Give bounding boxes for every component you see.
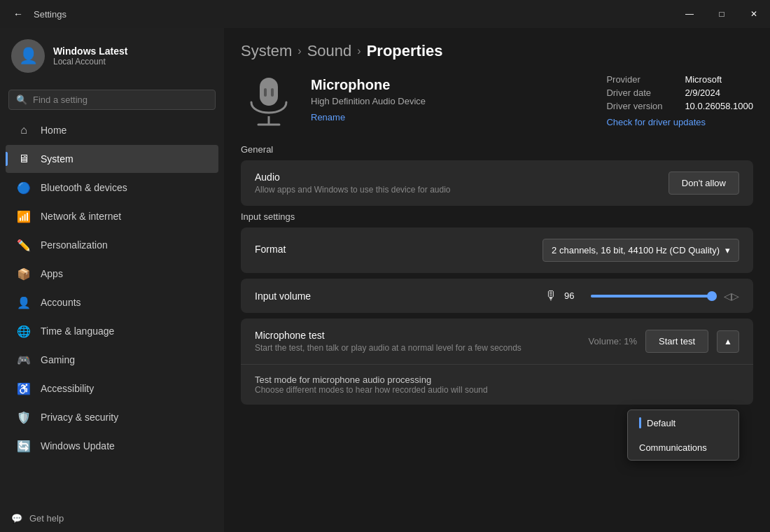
driver-date-label: Driver date — [606, 88, 676, 98]
sidebar-item-gaming[interactable]: 🎮 Gaming — [6, 346, 218, 374]
test-mode-description: Choose different modes to hear how recor… — [255, 385, 739, 395]
sidebar-item-personalization[interactable]: ✏️ Personalization — [6, 231, 218, 259]
chevron-up-icon: ▲ — [724, 337, 732, 346]
dont-allow-button[interactable]: Don't allow — [668, 172, 739, 195]
format-dropdown[interactable]: 2 channels, 16 bit, 44100 Hz (CD Quality… — [542, 239, 739, 262]
mic-test-content: Microphone test Start the test, then tal… — [255, 330, 589, 353]
volume-number: 96 — [564, 290, 584, 301]
windows-update-icon: 🔄 — [17, 439, 31, 453]
svg-rect-0 — [260, 78, 278, 106]
sidebar-item-windows-update[interactable]: 🔄 Windows Update — [6, 432, 218, 460]
input-volume-card: Input volume 🎙 96 ◁▷ — [241, 279, 753, 313]
sidebar-item-label: Network & internet — [41, 211, 121, 222]
format-card-row: Format 2 channels, 16 bit, 44100 Hz (CD … — [241, 227, 753, 273]
bluetooth-icon: 🔵 — [17, 181, 31, 195]
mic-test-title: Microphone test — [255, 330, 589, 341]
get-help-icon: 💬 — [11, 513, 22, 524]
format-value: 2 channels, 16 bit, 44100 Hz (CD Quality… — [552, 245, 720, 255]
sidebar-item-label: Privacy & security — [41, 412, 118, 423]
sidebar-item-accounts[interactable]: 👤 Accounts — [6, 288, 218, 316]
search-input[interactable] — [33, 94, 208, 105]
volume-percent: Volume: 1% — [589, 336, 637, 346]
sidebar-item-bluetooth[interactable]: 🔵 Bluetooth & devices — [6, 174, 218, 202]
device-description: High Definition Audio Device — [311, 96, 592, 106]
sidebar-item-label: Gaming — [41, 354, 75, 365]
collapse-button[interactable]: ▲ — [717, 330, 739, 353]
user-name: Windows Latest — [53, 46, 127, 57]
test-mode-title: Test mode for microphone audio processin… — [255, 374, 739, 385]
test-mode-row: Test mode for microphone audio processin… — [241, 364, 753, 405]
dropdown-label-communications: Communications — [639, 442, 707, 453]
sidebar-item-label: Time & language — [41, 326, 114, 337]
search-box: 🔍 — [8, 90, 216, 110]
sidebar-item-label: Home — [41, 125, 66, 136]
test-mode-content: Test mode for microphone audio processin… — [255, 374, 739, 395]
sidebar-item-time[interactable]: 🌐 Time & language — [6, 317, 218, 345]
chevron-down-icon: ▾ — [725, 245, 730, 255]
close-button[interactable]: ✕ — [738, 0, 770, 28]
titlebar-title: Settings — [34, 9, 66, 20]
back-button[interactable]: ← — [8, 4, 28, 24]
device-info: Microphone High Definition Audio Device … — [311, 74, 592, 123]
provider-value: Microsoft — [685, 74, 722, 85]
volume-slider-fill — [591, 295, 712, 298]
volume-row: Input volume 🎙 96 ◁▷ — [241, 279, 753, 313]
format-card: Format 2 channels, 16 bit, 44100 Hz (CD … — [241, 227, 753, 273]
volume-controls: 🎙 96 ◁▷ — [545, 288, 739, 303]
input-volume-label: Input volume — [255, 290, 536, 302]
search-icon: 🔍 — [16, 94, 27, 105]
format-card-content: Format — [255, 244, 542, 257]
format-action: 2 channels, 16 bit, 44100 Hz (CD Quality… — [542, 239, 739, 262]
sidebar-item-network[interactable]: 📶 Network & internet — [6, 202, 218, 230]
breadcrumb-sound[interactable]: Sound — [307, 42, 352, 60]
general-section-title: General — [241, 144, 753, 155]
driver-version-row: Driver version 10.0.26058.1000 — [606, 101, 753, 111]
device-header: Microphone High Definition Audio Device … — [241, 74, 753, 130]
sidebar-item-system[interactable]: 🖥 System — [6, 145, 218, 173]
sidebar-item-apps[interactable]: 📦 Apps — [6, 260, 218, 288]
personalization-icon: ✏️ — [17, 238, 31, 252]
sidebar-item-home[interactable]: ⌂ Home — [6, 116, 218, 144]
breadcrumb-system[interactable]: System — [241, 42, 292, 60]
dropdown-label-default: Default — [647, 418, 676, 428]
privacy-icon: 🛡️ — [17, 410, 31, 424]
driver-version-label: Driver version — [606, 101, 676, 111]
device-name: Microphone — [311, 77, 592, 93]
mic-test-actions: Volume: 1% Start test ▲ — [589, 330, 739, 353]
sidebar-item-label: Bluetooth & devices — [41, 182, 127, 193]
user-profile: 👤 Windows Latest Local Account — [0, 28, 224, 84]
user-info: Windows Latest Local Account — [53, 46, 127, 66]
audio-action: Don't allow — [668, 172, 739, 195]
start-test-button[interactable]: Start test — [645, 330, 708, 353]
gaming-icon: 🎮 — [17, 353, 31, 367]
sidebar-nav: ⌂ Home 🖥 System 🔵 Bluetooth & devices 📶 … — [0, 115, 224, 461]
system-icon: 🖥 — [17, 152, 31, 166]
maximize-button[interactable]: □ — [706, 0, 738, 28]
network-icon: 📶 — [17, 209, 31, 223]
sidebar-item-label: Apps — [41, 268, 63, 279]
volume-slider-track[interactable] — [591, 295, 717, 298]
mic-test-description: Start the test, then talk or play audio … — [255, 343, 589, 353]
microphone-icon-large — [241, 74, 297, 130]
layout: 👤 Windows Latest Local Account 🔍 ⌂ Home … — [0, 28, 770, 532]
breadcrumb-properties: Properties — [367, 42, 443, 60]
sidebar-item-accessibility[interactable]: ♿ Accessibility — [6, 374, 218, 402]
titlebar: ← Settings — □ ✕ — [0, 0, 770, 28]
minimize-button[interactable]: — — [673, 0, 706, 28]
sidebar-item-privacy[interactable]: 🛡️ Privacy & security — [6, 403, 218, 431]
mic-test-row: Microphone test Start the test, then tal… — [241, 318, 753, 364]
breadcrumb: System › Sound › Properties — [241, 42, 753, 60]
titlebar-left: ← Settings — [8, 4, 66, 24]
rename-link[interactable]: Rename — [311, 112, 345, 122]
driver-date-row: Driver date 2/9/2024 — [606, 88, 753, 98]
get-help[interactable]: 💬 Get help — [0, 505, 224, 532]
titlebar-controls: — □ ✕ — [673, 0, 770, 28]
dropdown-item-communications[interactable]: Communications — [628, 435, 738, 460]
dropdown-item-default[interactable]: Default — [628, 410, 738, 435]
get-help-label: Get help — [29, 513, 64, 524]
sidebar-item-label: Personalization — [41, 239, 108, 251]
volume-expand[interactable]: ◁▷ — [724, 290, 739, 302]
check-driver-link[interactable]: Check for driver updates — [606, 117, 753, 127]
dropdown-bar — [639, 417, 641, 428]
sidebar: 👤 Windows Latest Local Account 🔍 ⌂ Home … — [0, 28, 224, 532]
